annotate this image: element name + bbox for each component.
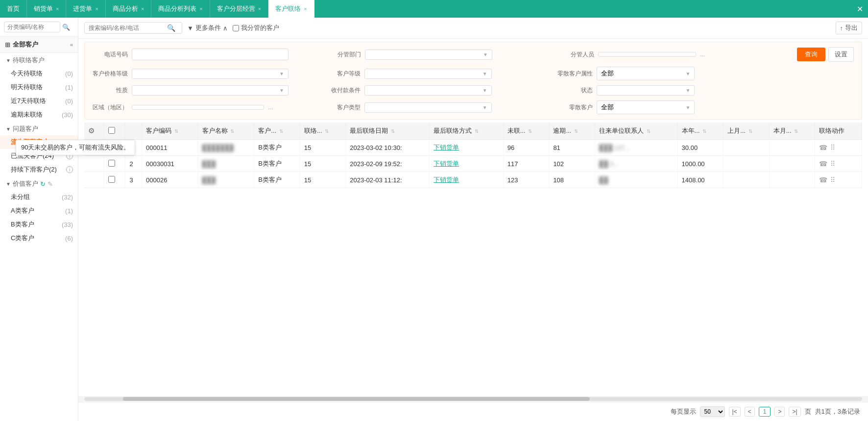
table-settings-btn[interactable]: ⚙: [88, 126, 95, 135]
cell-way-2[interactable]: 下销货单: [430, 156, 504, 172]
action-phone-icon-1[interactable]: ☎: [819, 144, 827, 151]
tab-purchase-close[interactable]: ×: [95, 6, 98, 12]
a-class-label: A类客户: [11, 206, 34, 215]
sidebar-search-icon[interactable]: 🔍: [62, 24, 70, 31]
row-checkbox-2[interactable]: [108, 160, 115, 167]
sidebar-item-a-class[interactable]: A类客户 (1): [0, 204, 78, 218]
col-no-contact[interactable]: 未联... ⇅: [503, 123, 549, 140]
my-customer-checkbox[interactable]: [233, 25, 239, 31]
sidebar-search-input[interactable]: [4, 22, 60, 32]
tab-purchase[interactable]: 进货单 ×: [66, 0, 105, 18]
filter-select-nature[interactable]: ▼: [132, 85, 289, 96]
sidebar-item-c-class[interactable]: C类客户 (6): [0, 231, 78, 245]
filter-select-customer-type[interactable]: ▼: [364, 102, 492, 113]
cell-way-1[interactable]: 下销货单: [430, 140, 504, 156]
col-overdue[interactable]: 逾期... ⇅: [549, 123, 595, 140]
tab-product-analysis[interactable]: 商品分析 ×: [106, 0, 151, 18]
tab-home[interactable]: 首页: [0, 0, 27, 18]
filter-input-phone[interactable]: [132, 49, 289, 60]
sidebar-item-tomorrow-pending[interactable]: 明天待联络 (1): [0, 80, 78, 94]
col-last-contact-date[interactable]: 最后联络日期 ⇅: [346, 123, 430, 140]
filter-label-retail-customer: 零散客户: [557, 103, 597, 112]
today-pending-label: 今天待联络: [11, 69, 43, 78]
filter-select-status[interactable]: ▼: [597, 85, 695, 96]
tab-customer-contact-label: 客户联络: [275, 4, 301, 13]
filter-more-manager[interactable]: ...: [696, 51, 709, 58]
filter-select-manager[interactable]: [598, 52, 696, 57]
edit-icon[interactable]: ✎: [48, 180, 53, 188]
filter-select-price-tier[interactable]: ▼: [132, 69, 289, 79]
action-more-icon-3[interactable]: ⠿: [830, 176, 835, 184]
filter-btn[interactable]: ▼ 更多条件 ∧: [187, 24, 228, 32]
filter-select-region[interactable]: [132, 105, 264, 110]
my-customer-check[interactable]: 我分管的客户: [233, 24, 279, 32]
filter-select-retail-attr[interactable]: 全部 ▼: [597, 67, 695, 80]
tab-customer-tier[interactable]: 客户分层经营 ×: [210, 0, 268, 18]
page-next-btn[interactable]: >: [774, 407, 785, 417]
search-submit-icon[interactable]: 🔍: [167, 24, 175, 32]
action-phone-icon-2[interactable]: ☎: [819, 160, 827, 168]
sidebar-section-value[interactable]: ▼ 价值客户 ↻ ✎: [0, 176, 78, 190]
action-phone-icon-3[interactable]: ☎: [819, 176, 827, 184]
refresh-icon[interactable]: ↻: [40, 180, 46, 188]
col-contact[interactable]: 联络... ⇅: [300, 123, 346, 140]
search-input[interactable]: [89, 25, 167, 31]
col-last-month[interactable]: 上月... ⇅: [723, 123, 770, 140]
cell-cb-2[interactable]: [104, 156, 125, 172]
col-name[interactable]: 客户名称 ⇅: [198, 123, 254, 140]
link-way-2[interactable]: 下销货单: [434, 160, 459, 167]
filter-select-dept[interactable]: ▼: [365, 50, 492, 60]
page-prev-btn[interactable]: <: [745, 407, 755, 417]
cell-cb-3[interactable]: [104, 172, 125, 188]
select-all-checkbox[interactable]: [108, 127, 115, 134]
col-unit-contact[interactable]: 往来单位联系人 ⇅: [595, 123, 677, 140]
export-btn[interactable]: ↑ 导出: [836, 22, 863, 34]
col-settings[interactable]: ⚙: [84, 123, 104, 140]
tab-sales[interactable]: 销货单 ×: [27, 0, 66, 18]
page-last-btn[interactable]: >|: [789, 407, 800, 417]
tab-customer-contact-close[interactable]: ×: [304, 6, 307, 12]
sidebar-section-problem[interactable]: ▼ 问题客户: [0, 122, 78, 135]
sidebar-item-week-pending[interactable]: 近7天待联络 (0): [0, 94, 78, 108]
link-way-3[interactable]: 下销货单: [434, 176, 459, 183]
tab-customer-contact[interactable]: 客户联络 ×: [268, 0, 314, 18]
col-type[interactable]: 客户... ⇅: [254, 123, 300, 140]
tab-product-list[interactable]: 商品分析列表 ×: [151, 0, 210, 18]
row-checkbox-3[interactable]: [108, 176, 115, 183]
sidebar-item-today-pending[interactable]: 今天待联络 (0): [0, 67, 78, 80]
cell-type-1: B类客户: [254, 140, 300, 156]
sidebar-item-declining[interactable]: 持续下滑客户(2) i: [0, 163, 78, 176]
filter-select-customer-tier[interactable]: ▼: [364, 69, 492, 79]
tab-product-analysis-close[interactable]: ×: [141, 6, 144, 12]
tab-purchase-label: 进货单: [73, 4, 92, 13]
col-code[interactable]: 客户编码 ⇅: [142, 123, 198, 140]
col-this-month[interactable]: 本月... ⇅: [769, 123, 815, 140]
tab-product-list-close[interactable]: ×: [199, 6, 202, 12]
retail-customer-arrow: ▼: [685, 105, 690, 110]
action-more-icon-1[interactable]: ⠿: [830, 144, 835, 151]
link-way-1[interactable]: 下销货单: [434, 144, 459, 151]
page-first-btn[interactable]: |<: [729, 407, 741, 417]
filter-select-retail-customer[interactable]: 全部 ▼: [597, 100, 695, 114]
window-close-btn[interactable]: ✕: [857, 4, 863, 14]
cell-way-3[interactable]: 下销货单: [430, 172, 504, 188]
sidebar-all-customers[interactable]: ⊞ 全部客户 «: [0, 37, 78, 53]
col-this-year[interactable]: 本年... ⇅: [677, 123, 723, 140]
settings-btn[interactable]: 设置: [828, 47, 854, 62]
sidebar-item-overdue-pending[interactable]: 逾期未联络 (30): [0, 108, 78, 122]
action-more-icon-2[interactable]: ⠿: [830, 160, 835, 168]
filter-select-payment[interactable]: ▼: [364, 85, 492, 96]
col-last-contact-way[interactable]: 最后联络方式 ⇅: [430, 123, 504, 140]
sidebar-item-b-class[interactable]: B类客户 (33): [0, 218, 78, 231]
filter-more-region[interactable]: ...: [264, 104, 277, 111]
h-scrollbar-thumb[interactable]: [123, 397, 590, 401]
tab-sales-close[interactable]: ×: [56, 6, 59, 12]
query-btn[interactable]: 查询: [797, 48, 825, 61]
sidebar-section-pending[interactable]: ▼ 待联络客户: [0, 53, 78, 67]
col-checkbox[interactable]: [104, 123, 125, 140]
sidebar-item-ungrouped[interactable]: 未分组 (32): [0, 190, 78, 204]
per-page-select[interactable]: 50 20 100: [700, 406, 725, 417]
cell-year-3: 1408.00: [677, 172, 723, 188]
info-icon2[interactable]: i: [66, 166, 73, 173]
tab-customer-tier-close[interactable]: ×: [258, 6, 261, 12]
